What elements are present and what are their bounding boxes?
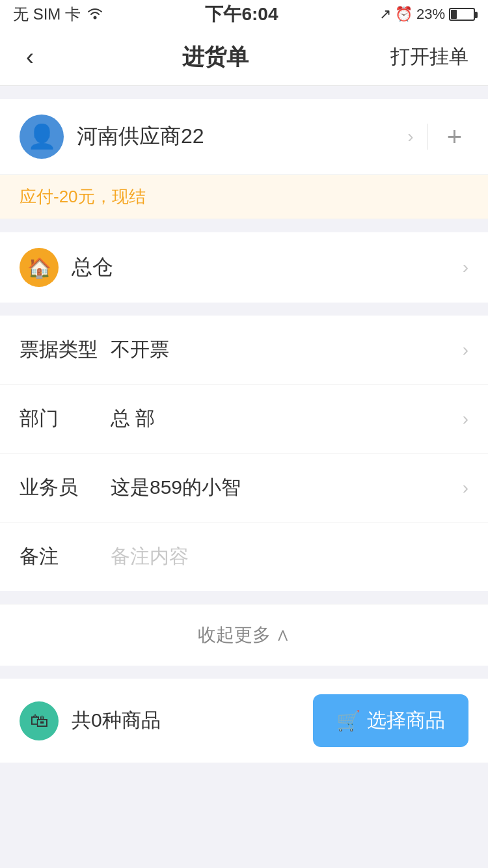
product-count-text: 共0种商品 [72,707,313,734]
salesperson-row[interactable]: 业务员 这是859的小智 › [0,454,488,522]
product-icon-symbol: 🛍 [30,710,48,731]
product-icon: 🛍 [20,701,59,740]
remark-label: 备注 [20,543,111,570]
supplier-name: 河南供应商22 [77,122,407,151]
svg-point-0 [94,16,97,20]
back-button[interactable]: ‹ [20,37,40,77]
warehouse-name: 总仓 [72,253,463,282]
battery-text: 23% [416,6,445,23]
location-icon: ↗ [379,6,391,23]
section-divider-2 [0,219,488,232]
open-pending-button[interactable]: 打开挂单 [390,44,468,70]
warehouse-chevron-icon: › [463,257,468,278]
carrier-text: 无 SIM 卡 [13,4,81,25]
ticket-type-value: 不开票 [111,336,463,363]
ticket-type-chevron-icon: › [463,340,468,360]
page-title: 进货单 [182,42,249,72]
select-goods-icon: 🛒 [336,709,360,732]
battery-icon [449,8,475,21]
remark-row[interactable]: 备注 备注内容 [0,522,488,591]
avatar-person-icon: 👤 [27,123,57,150]
department-label: 部门 [20,405,111,432]
warehouse-row[interactable]: 🏠 总仓 › [0,232,488,303]
notice-banner: 应付-20元，现结 [0,175,488,219]
salesperson-value: 这是859的小智 [111,474,463,501]
notice-text: 应付-20元，现结 [20,187,146,206]
ticket-type-label: 票据类型 [20,336,111,363]
supplier-row[interactable]: 👤 河南供应商22 › + [0,99,488,175]
department-value: 总 部 [111,405,463,432]
status-bar: 无 SIM 卡 下午6:04 ↗ ⏰ 23% [0,0,488,29]
bottom-bar: 🛍 共0种商品 🛒 选择商品 [0,679,488,763]
status-time: 下午6:04 [205,2,278,27]
select-goods-button[interactable]: 🛒 选择商品 [313,694,468,747]
wifi-icon [86,5,104,23]
nav-bar: ‹ 进货单 打开挂单 [0,29,488,86]
salesperson-label: 业务员 [20,474,111,501]
add-supplier-button[interactable]: + [441,122,468,152]
supplier-chevron-icon: › [407,126,413,147]
status-left: 无 SIM 卡 [13,4,104,25]
supplier-divider [427,124,427,150]
supplier-section: 👤 河南供应商22 › + 应付-20元，现结 [0,99,488,219]
status-right: ↗ ⏰ 23% [379,6,475,23]
collapse-row[interactable]: 收起更多 ∧ [0,604,488,666]
warehouse-symbol-icon: 🏠 [27,256,51,279]
salesperson-chevron-icon: › [463,478,468,498]
select-goods-label: 选择商品 [367,707,445,734]
ticket-type-row[interactable]: 票据类型 不开票 › [0,316,488,385]
warehouse-icon: 🏠 [20,248,59,287]
collapse-label: 收起更多 ∧ [198,623,291,647]
remark-input[interactable]: 备注内容 [111,543,468,570]
section-divider-1 [0,86,488,99]
gray-fill-area [0,763,488,868]
supplier-avatar: 👤 [20,115,64,159]
form-section: 票据类型 不开票 › 部门 总 部 › 业务员 这是859的小智 › 备注 备注… [0,316,488,591]
alarm-icon: ⏰ [395,6,413,23]
department-row[interactable]: 部门 总 部 › [0,385,488,454]
department-chevron-icon: › [463,409,468,429]
